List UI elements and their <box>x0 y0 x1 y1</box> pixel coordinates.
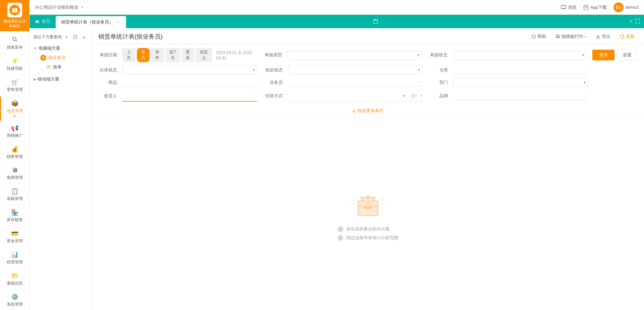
refresh-button[interactable]: 刷新 <box>617 32 637 41</box>
order-status-label: 单据状态 <box>427 52 447 58</box>
tab-home[interactable]: 首页 <box>30 15 56 28</box>
department-select[interactable] <box>453 78 588 87</box>
sidebar-item-sales[interactable]: 💰 销售管理 <box>0 142 29 163</box>
export-button[interactable]: 导出 <box>593 32 613 41</box>
message-button[interactable]: 消息 <box>561 4 577 10</box>
order-type-select[interactable] <box>287 51 422 60</box>
tip-text-2: 用过滤条件来缩小分析范围 <box>346 235 398 241</box>
order-status-select[interactable] <box>453 51 587 60</box>
operations-label: 经营管理 <box>7 259 23 265</box>
mobile-scheme-parent[interactable]: ▶ 移动端方案 <box>30 74 91 84</box>
scheme-by-salesperson[interactable]: 按 按业务员 <box>30 53 91 62</box>
sidebar-item-marketing[interactable]: 📢 营销推广 <box>0 121 29 142</box>
sidebar-item-quick-nav[interactable]: ⚡ 快捷导航 <box>0 54 29 75</box>
message-label: 消息 <box>568 4 577 10</box>
svg-point-11 <box>75 38 75 38</box>
custom-btn[interactable]: 自定义 <box>196 48 212 62</box>
add-scheme-button[interactable]: + <box>63 34 70 40</box>
collapse-section: 收起更多条件 <box>98 105 637 114</box>
help-icon: ? <box>531 34 536 39</box>
sidebar-item-ecommerce[interactable]: 🖥 电商管理 <box>0 163 29 184</box>
print-icon <box>555 34 560 39</box>
sidebar-item-wholesale[interactable]: 📦 批发管理 ▲ <box>0 96 29 121</box>
payment-label: 收款状态 <box>263 67 283 73</box>
sidebar-item-inventory[interactable]: 🏪 库存核算 <box>0 205 29 226</box>
last-month-btn[interactable]: 上月 <box>122 48 136 62</box>
empty-illustration <box>348 187 388 221</box>
sales-label: 销售管理 <box>7 154 23 160</box>
edit-scheme-button[interactable] <box>72 34 78 40</box>
sidebar-item-purchase[interactable]: 📋 采购管理 <box>0 184 29 205</box>
tag-close[interactable]: × <box>412 94 415 98</box>
scheme-by-order[interactable]: 按单 <box>30 62 91 72</box>
main-area: 办公用品行业模拟账套 ▾ 消息 App下载 Ea demo2 首页 销货单统计表… <box>30 0 644 310</box>
page-header: 销货单统计表(按业务员) ? 帮助 按模板打印 ▾ 导出 <box>92 28 644 44</box>
tab-home-label: 首页 <box>42 18 50 24</box>
brand-dots: ··· <box>584 93 588 99</box>
inventory-label: 库存核算 <box>7 217 23 223</box>
tip-row-2: 2 用过滤条件来缩小分析范围 <box>337 235 398 241</box>
settlement-select-wrapper <box>288 92 408 100</box>
delivery-label: 出库状态 <box>98 67 117 73</box>
this-year-btn[interactable]: 本年 <box>151 48 164 62</box>
desktop-scheme-label: 电脑端方案 <box>39 45 60 51</box>
sidebar-item-system[interactable]: ⚙️ 系统管理 <box>0 290 29 310</box>
receiver-input[interactable] <box>122 92 253 100</box>
more-btn[interactable]: 更多 <box>181 48 195 62</box>
svg-point-21 <box>370 205 371 206</box>
by-order-label: 按单 <box>53 64 62 70</box>
ecommerce-icon: 🖥 <box>12 167 18 174</box>
desktop-scheme-section: ▼ 电脑端方案 按 按业务员 按单 <box>30 42 91 73</box>
download-button[interactable]: App下载 <box>583 4 607 10</box>
help-button[interactable]: ? 帮助 <box>529 32 549 41</box>
search-menu-item[interactable]: 搜索菜单 <box>0 31 29 54</box>
print-button[interactable]: 按模板打印 ▾ <box>553 32 589 41</box>
breadcrumb-arrow: ▾ <box>81 5 83 10</box>
sidebar-item-basic[interactable]: 📁 基础信息 <box>0 269 29 290</box>
purchase-icon: 📋 <box>11 188 18 195</box>
quick-nav-icon: ⚡ <box>11 57 18 65</box>
filter-row-2: 出库状态 收款状态 仓库 ··· <box>98 65 637 74</box>
query-button[interactable]: 查询 <box>592 50 614 60</box>
refresh-label: 刷新 <box>626 34 635 40</box>
sidebar-item-operations[interactable]: 📊 经营管理 <box>0 248 29 269</box>
payment-select[interactable] <box>288 65 423 74</box>
salesperson-scheme-icon: 按 <box>40 55 46 61</box>
desktop-scheme-parent[interactable]: ▼ 电脑端方案 <box>30 44 91 53</box>
sidebar-logo[interactable]: 畅捷通好生意 标账版 <box>0 0 29 31</box>
operations-icon: 📊 <box>11 251 18 258</box>
sidebar-item-retail[interactable]: 🛒 零售管理 <box>0 75 29 96</box>
collapse-button[interactable]: 收起更多条件 <box>352 108 384 114</box>
setting-button[interactable]: 设置 <box>617 49 637 61</box>
tab-sales-stat[interactable]: 销货单统计表（按业务员） × <box>56 16 126 28</box>
data-area: 1 请先选择要分析的方案 2 用过滤条件来缩小分析范围 <box>92 118 644 310</box>
by-salesperson-label: 按业务员 <box>48 55 66 61</box>
username-label: demo2 <box>625 5 639 10</box>
user-profile[interactable]: Ea demo2 <box>613 2 639 12</box>
print-label: 按模板打印 <box>561 34 583 40</box>
tab-fullscreen-button[interactable] <box>635 19 640 24</box>
delivery-select[interactable] <box>122 65 257 74</box>
sidebar-item-finance[interactable]: 💳 资金管理 <box>0 226 29 248</box>
last7-btn[interactable]: 近7天 <box>165 48 180 62</box>
tab-close-button[interactable]: × <box>115 19 121 25</box>
people-icon <box>46 64 51 70</box>
tip-row-1: 1 请先选择要分析的方案 <box>337 226 398 232</box>
marketing-label: 营销推广 <box>7 133 23 139</box>
desktop-expand-icon: ▼ <box>34 46 37 50</box>
order-status-select-wrapper <box>453 51 587 60</box>
tab-maximize-button[interactable] <box>373 19 378 24</box>
print-arrow-icon: ▾ <box>585 35 586 39</box>
basic-label: 基础信息 <box>7 280 23 286</box>
left-panel-title-text: 按以下方案查询 <box>34 34 62 40</box>
salesperson-label: 业务员 <box>263 80 283 86</box>
receiver-field: ··· <box>122 91 257 102</box>
date-label: 单据日期 <box>98 52 117 58</box>
this-month-btn[interactable]: 本月 <box>137 48 150 62</box>
settlement-select[interactable] <box>288 92 408 100</box>
tab-close-window-button[interactable]: × <box>630 18 633 24</box>
tip-num-1: 1 <box>337 226 343 232</box>
search-menu-label: 搜索菜单 <box>7 45 23 50</box>
message-icon <box>561 5 566 10</box>
collapse-panel-button[interactable]: « <box>80 34 87 40</box>
